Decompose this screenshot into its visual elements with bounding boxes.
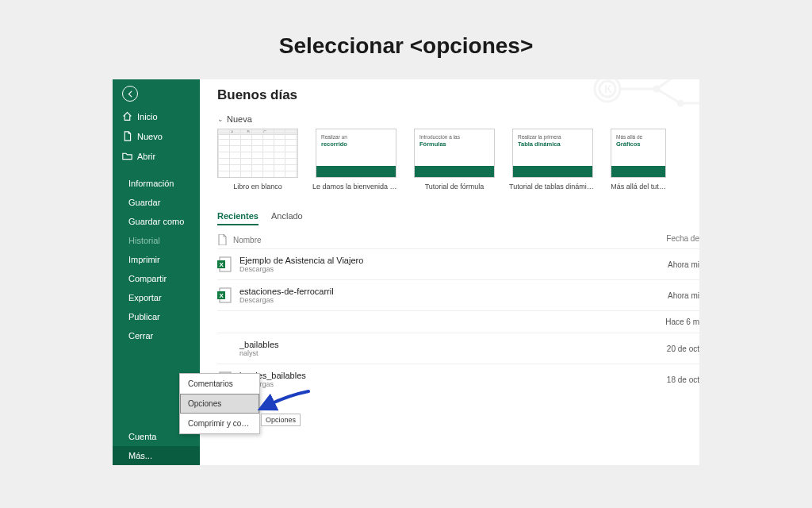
svg-text:K: K [604,83,612,95]
file-name: estaciones-de-ferrocarril [239,287,334,296]
template-thumb-top: Introducción a las [419,134,460,140]
sidebar-item-label: Exportar [128,293,162,302]
sidebar-item-label: Abrir [137,152,155,161]
sidebar-item-label: Imprimir [128,255,160,264]
sidebar-item-cerrar[interactable]: Cerrar [113,326,200,345]
sidebar-item-guardar-como[interactable]: Guardar como [113,212,200,231]
excel-file-icon: X [217,287,232,303]
file-time: Ahora mi [668,260,699,269]
sidebar-item-label: Inicio [137,112,158,121]
file-location: Descargas [239,265,363,273]
sidebar-item-label: Publicar [128,312,160,321]
svg-text:X: X [220,292,224,299]
sidebar-item-label: Cerrar [128,331,153,341]
watermark-icon: K [585,79,699,122]
file-time: 20 de oct [667,344,699,353]
template-thumb-top: Realizar un [321,134,347,140]
tab-anclado[interactable]: Anclado [271,211,303,225]
menu-item-comentarios[interactable]: Comentarios [180,374,259,394]
sidebar-item-publicar[interactable]: Publicar [113,307,200,326]
back-arrow-icon [122,86,138,102]
template-caption: Tutorial de fórmula [411,183,498,190]
menu-item-comprimir[interactable]: Comprimir y co… [180,414,259,433]
fx-icon: fx [481,166,491,175]
tooltip-opciones: Opciones [261,414,301,426]
sidebar-item-nuevo[interactable]: Nuevo [113,126,200,146]
more-menu-popup: Comentarios Opciones Comprimir y co… [179,373,260,434]
file-location: nalyst [239,349,279,357]
template-formula[interactable]: Introducción a las Fórmulas fx Tutorial … [414,129,495,190]
file-time: Ahora mi [668,291,699,300]
sidebar-item-mas[interactable]: Más... [113,446,200,465]
template-caption: Le damos la bienvenida a Ex… [312,183,400,190]
file-row[interactable]: Hace 6 m [217,310,699,333]
annotation-arrow-icon [265,387,312,411]
template-caption: Libro en blanco [217,183,301,190]
tab-recientes[interactable]: Recientes [217,211,259,225]
file-name: Ejemplo de Asistencia al Viajero [239,256,363,265]
template-thumb-sub: Fórmulas [419,140,446,148]
template-blank[interactable]: A B C Libro en blanco [217,129,298,190]
sidebar-item-guardar[interactable]: Guardar [113,193,200,212]
sidebar-item-label: Más... [128,451,152,460]
list-header: Nombre Fecha de [217,226,699,248]
file-row[interactable]: X estaciones-de-ferrocarril Descargas Ah… [217,279,699,310]
excel-backstage-window: Inicio Nuevo Abrir Información Guardar G… [113,79,699,465]
document-icon [217,234,227,245]
sidebar-item-abrir[interactable]: Abrir [113,146,200,166]
sidebar-item-label: Compartir [128,274,167,283]
menu-item-opciones[interactable]: Opciones [180,394,259,414]
template-caption: Tutorial de tablas dinámicas [509,183,596,190]
file-name: _bailables [239,340,279,349]
excel-file-icon: X [217,256,232,272]
sidebar-item-exportar[interactable]: Exportar [113,288,200,307]
folder-icon [122,151,132,161]
sidebar-item-compartir[interactable]: Compartir [113,269,200,288]
svg-text:X: X [220,261,224,268]
sidebar-item-label: Guardar [128,198,160,207]
file-time: Hace 6 m [665,318,699,326]
sidebar-item-label: Historial [128,236,160,245]
column-date-label: Fecha de [666,234,699,245]
sidebar-item-label: Guardar como [128,217,184,226]
file-row[interactable]: X Ejemplo de Asistencia al Viajero Desca… [217,248,699,279]
column-name-label: Nombre [233,236,262,244]
file-row[interactable]: _bailables nalyst 20 de oct [217,333,699,364]
sidebar-item-inicio[interactable]: Inicio [113,106,200,126]
sidebar-item-label: Nuevo [137,132,163,141]
home-icon [122,111,132,121]
back-button[interactable] [113,79,200,106]
template-charts[interactable]: Más allá de Gráficos Más allá del tut… [611,129,666,190]
file-icon [122,131,132,141]
sidebar-item-label: Información [128,179,174,188]
section-label-text: Nueva [227,114,252,124]
sidebar-item-imprimir[interactable]: Imprimir [113,250,200,269]
sidebar-item-label: Cuenta [128,432,156,441]
svg-point-3 [678,101,683,106]
chevron-down-icon: ⌄ [217,115,224,123]
page-heading: Seleccionar <opciones> [279,33,534,59]
sidebar-item-historial: Historial [113,231,200,250]
template-thumb-sub: Gráficos [616,140,640,148]
template-welcome[interactable]: Realizar un recorrido → Le damos la bien… [316,129,396,190]
svg-point-2 [654,87,659,91]
templates-row: A B C Libro en blanco Realizar un recorr… [217,129,699,190]
template-thumb-sub: recorrido [321,140,347,148]
template-thumb-top: Realizar la primera [518,134,561,140]
arrow-right-icon: → [383,166,393,175]
file-time: 18 de oct [667,375,699,384]
template-pivot[interactable]: Realizar la primera Tabla dinámica Tutor… [512,129,593,190]
template-thumb-sub: Tabla dinámica [518,140,561,148]
template-caption: Más allá del tut… [611,183,666,190]
file-location: Descargas [239,296,334,304]
template-thumb-top: Más allá de [616,134,642,140]
sidebar-item-informacion[interactable]: Información [113,174,200,193]
recent-tabs: Recientes Anclado [217,211,699,226]
